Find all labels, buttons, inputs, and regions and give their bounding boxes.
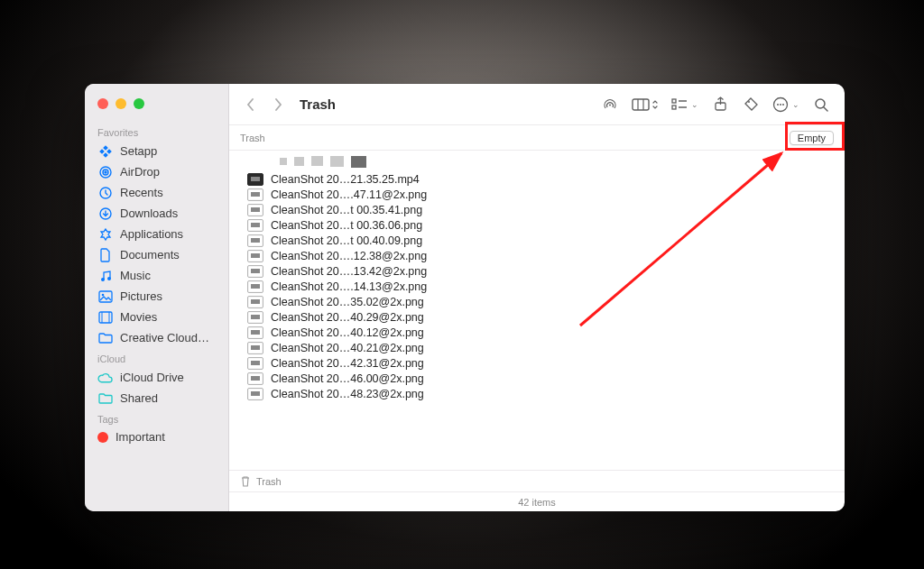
sidebar-item-icloud-drive[interactable]: iCloud Drive — [85, 367, 228, 388]
location-bar: Trash Empty — [229, 125, 845, 151]
sidebar-item-important[interactable]: Important — [85, 427, 228, 446]
file-row[interactable]: CleanShot 20….12.38@2x.png — [236, 248, 845, 263]
svg-rect-11 — [99, 291, 112, 302]
svg-point-25 — [748, 101, 750, 103]
file-row[interactable]: CleanShot 20…t 00.40.09.png — [236, 233, 845, 248]
file-name: CleanShot 20…40.21@2x.png — [271, 342, 424, 354]
trash-icon — [240, 475, 251, 488]
svg-rect-1 — [99, 149, 105, 154]
cloud-icon — [97, 370, 113, 385]
svg-point-27 — [777, 104, 779, 106]
sidebar-item-airdrop[interactable]: AirDrop — [85, 161, 228, 182]
file-name: CleanShot 20….14.13@2x.png — [271, 280, 427, 293]
path-label: Trash — [256, 476, 282, 487]
svg-line-31 — [824, 107, 827, 111]
clock-icon — [97, 185, 113, 200]
file-thumbnail-icon — [247, 234, 263, 247]
sidebar-item-label: Movies — [120, 310, 157, 324]
svg-point-6 — [105, 171, 106, 173]
sidebar-item-label: Downloads — [120, 206, 178, 220]
file-row[interactable]: CleanShot 20…42.31@2x.png — [236, 355, 845, 371]
sidebar-section-label: Favorites — [85, 122, 228, 141]
file-row[interactable]: CleanShot 20…48.23@2x.png — [236, 386, 845, 401]
forward-button[interactable] — [267, 92, 289, 117]
music-icon — [97, 268, 113, 283]
sidebar-item-creative-cloud-[interactable]: Creative Cloud… — [85, 327, 228, 348]
file-row[interactable]: CleanShot 20…40.12@2x.png — [236, 325, 845, 340]
svg-rect-0 — [103, 145, 108, 151]
svg-point-12 — [101, 293, 104, 296]
airdrop-icon[interactable] — [597, 92, 623, 117]
more-button[interactable]: ⌄ — [769, 92, 803, 117]
sidebar-item-movies[interactable]: Movies — [85, 307, 228, 327]
file-row[interactable]: CleanShot 20…t 00.35.41.png — [236, 202, 845, 217]
folder-icon — [97, 330, 113, 345]
sidebar-item-label: Important — [116, 430, 165, 444]
back-button[interactable] — [240, 92, 262, 117]
tags-button[interactable] — [738, 92, 763, 117]
file-thumbnail-icon — [247, 265, 263, 278]
sidebar-item-downloads[interactable]: Downloads — [85, 203, 228, 224]
file-name: CleanShot 20…46.00@2x.png — [271, 372, 424, 385]
file-name: CleanShot 20…35.02@2x.png — [271, 296, 424, 308]
icon-size-slider[interactable] — [236, 154, 845, 171]
empty-trash-button[interactable]: Empty — [790, 131, 834, 145]
file-name: CleanShot 20…42.31@2x.png — [271, 357, 424, 370]
file-name: CleanShot 20…t 00.36.06.png — [271, 219, 422, 232]
close-window-button[interactable] — [97, 98, 108, 109]
minimize-window-button[interactable] — [116, 98, 126, 109]
sidebar-item-label: Creative Cloud… — [120, 331, 209, 344]
window-title: Trash — [300, 96, 336, 112]
sidebar-item-applications[interactable]: Applications — [85, 224, 228, 244]
sidebar-item-documents[interactable]: Documents — [85, 244, 228, 265]
file-name: CleanShot 20…40.29@2x.png — [271, 311, 424, 324]
sidebar-item-label: AirDrop — [120, 165, 160, 179]
file-thumbnail-icon — [247, 372, 263, 385]
tag-red-icon — [97, 432, 108, 443]
sidebar-item-music[interactable]: Music — [85, 265, 228, 286]
svg-point-29 — [782, 104, 784, 106]
sidebar-item-shared[interactable]: Shared — [85, 388, 228, 408]
sidebar-item-pictures[interactable]: Pictures — [85, 286, 228, 307]
file-thumbnail-icon — [247, 311, 263, 324]
sidebar-item-label: iCloud Drive — [120, 371, 184, 384]
sidebar-item-label: Setapp — [120, 144, 157, 158]
svg-point-10 — [107, 277, 111, 280]
download-icon — [97, 206, 113, 221]
svg-point-28 — [780, 104, 781, 106]
sidebar-item-setapp[interactable]: Setapp — [85, 141, 228, 161]
sidebar-item-label: Recents — [120, 186, 163, 199]
search-button[interactable] — [808, 92, 834, 117]
view-columns-button[interactable] — [628, 92, 662, 117]
item-count: 42 items — [518, 497, 556, 508]
file-row[interactable]: CleanShot 20…t 00.36.06.png — [236, 217, 845, 233]
file-name: CleanShot 20…40.12@2x.png — [271, 326, 424, 339]
share-button[interactable] — [707, 92, 733, 117]
file-row[interactable]: CleanShot 20…46.00@2x.png — [236, 371, 845, 386]
file-row[interactable]: CleanShot 20….47.11@2x.png — [236, 187, 845, 202]
file-thumbnail-icon — [247, 357, 263, 370]
shared-icon — [97, 390, 113, 406]
zoom-window-button[interactable] — [134, 98, 144, 109]
svg-point-16 — [609, 104, 611, 106]
file-thumbnail-icon — [247, 326, 263, 339]
sidebar-item-label: Pictures — [120, 289, 162, 303]
svg-rect-3 — [103, 152, 108, 158]
file-name: CleanShot 20…t 00.40.09.png — [271, 234, 422, 247]
file-thumbnail-icon — [247, 296, 263, 308]
file-thumbnail-icon — [247, 188, 263, 201]
file-row[interactable]: CleanShot 20…40.21@2x.png — [236, 340, 845, 355]
file-list: CleanShot 20…21.35.25.mp4CleanShot 20….4… — [229, 151, 845, 470]
group-button[interactable]: ⌄ — [668, 92, 702, 117]
main-pane: Trash ⌄ ⌄ — [229, 84, 845, 511]
file-row[interactable]: CleanShot 20…35.02@2x.png — [236, 294, 845, 309]
sidebar-item-recents[interactable]: Recents — [85, 182, 228, 203]
file-thumbnail-icon — [247, 173, 263, 186]
file-row[interactable]: CleanShot 20….13.42@2x.png — [236, 263, 845, 279]
window-controls — [85, 96, 228, 122]
file-row[interactable]: CleanShot 20….14.13@2x.png — [236, 279, 845, 294]
file-row[interactable]: CleanShot 20…40.29@2x.png — [236, 309, 845, 325]
file-row[interactable]: CleanShot 20…21.35.25.mp4 — [236, 171, 845, 187]
film-icon — [97, 309, 113, 325]
file-name: CleanShot 20…t 00.35.41.png — [271, 204, 422, 216]
